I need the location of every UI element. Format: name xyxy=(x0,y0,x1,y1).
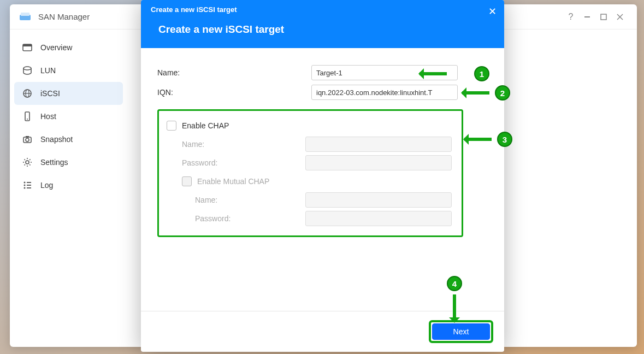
iqn-row: IQN: xyxy=(157,83,488,102)
mutual-name-row: Name: xyxy=(167,191,454,209)
callout-2: 2 xyxy=(462,85,510,101)
mutual-chap-label: Enable Mutual CHAP xyxy=(197,177,269,186)
sidebar-item-log[interactable]: Log xyxy=(14,174,123,197)
arrow-left-icon xyxy=(462,91,489,95)
chap-name-row: Name: xyxy=(167,135,454,154)
mutual-name-label: Name: xyxy=(195,196,305,204)
chap-password-input xyxy=(305,155,452,170)
callout-3: 3 xyxy=(464,132,512,147)
arrow-left-icon xyxy=(420,72,447,76)
callout-4: 4 xyxy=(447,276,462,322)
help-button[interactable]: ? xyxy=(563,9,579,25)
modal-body: Name: IQN: Enable CHAP Name: Password: E… xyxy=(141,48,504,311)
mutual-password-input xyxy=(305,211,452,226)
host-icon xyxy=(22,111,33,122)
close-icon[interactable]: ✕ xyxy=(488,5,497,17)
arrow-down-icon xyxy=(452,294,457,322)
maximize-button[interactable] xyxy=(595,9,612,25)
sidebar-item-snapshot[interactable]: Snapshot xyxy=(14,128,123,151)
log-icon xyxy=(22,180,33,191)
chap-name-input xyxy=(305,137,452,152)
gear-icon xyxy=(22,157,33,168)
next-button-highlight: Next xyxy=(429,320,493,343)
iqn-label: IQN: xyxy=(157,88,311,97)
svg-point-18 xyxy=(24,182,26,184)
name-label: Name: xyxy=(157,68,311,77)
mutual-chap-row: Enable Mutual CHAP xyxy=(167,172,454,191)
chap-password-label: Password: xyxy=(182,158,305,167)
lun-icon xyxy=(22,65,33,76)
app-icon xyxy=(19,11,32,22)
svg-point-19 xyxy=(24,185,26,186)
svg-point-17 xyxy=(26,161,29,164)
mutual-password-label: Password: xyxy=(195,214,305,223)
enable-chap-checkbox[interactable] xyxy=(167,121,176,131)
overview-icon xyxy=(22,42,33,53)
sidebar-item-label: Overview xyxy=(40,43,72,52)
sidebar-item-label: Settings xyxy=(40,158,68,167)
svg-rect-3 xyxy=(601,14,606,20)
callout-badge: 4 xyxy=(447,276,462,291)
sidebar-item-label: LUN xyxy=(40,66,56,75)
minimize-button[interactable] xyxy=(579,9,595,25)
callout-badge: 2 xyxy=(495,85,510,101)
callout-badge: 3 xyxy=(497,132,512,147)
chap-password-row: Password: xyxy=(167,154,454,172)
chap-section: Enable CHAP Name: Password: Enable Mutua… xyxy=(157,109,463,237)
chap-name-label: Name: xyxy=(182,140,305,149)
mutual-name-input xyxy=(305,192,452,208)
svg-rect-1 xyxy=(21,13,29,16)
svg-rect-7 xyxy=(23,44,32,46)
next-button[interactable]: Next xyxy=(432,323,490,340)
svg-point-8 xyxy=(23,67,31,70)
enable-chap-row[interactable]: Enable CHAP xyxy=(167,116,454,135)
sidebar: Overview LUN iSCSI Host Snapshot Setting… xyxy=(10,30,127,347)
sidebar-item-iscsi[interactable]: iSCSI xyxy=(14,82,123,105)
mutual-chap-checkbox xyxy=(182,176,192,186)
svg-point-20 xyxy=(24,187,26,189)
sidebar-item-label: Log xyxy=(40,181,53,190)
sidebar-item-overview[interactable]: Overview xyxy=(14,36,123,59)
enable-chap-label: Enable CHAP xyxy=(182,121,229,130)
callout-1: 1 xyxy=(420,66,489,81)
close-window-button[interactable] xyxy=(612,9,628,25)
modal-title: Create a new iSCSI target xyxy=(151,14,494,36)
arrow-left-icon xyxy=(464,137,492,141)
callout-badge: 1 xyxy=(474,66,489,81)
modal-breadcrumb: Create a new iSCSI target xyxy=(151,0,494,14)
iscsi-icon xyxy=(22,88,33,99)
sidebar-item-host[interactable]: Host xyxy=(14,105,123,128)
sidebar-item-label: Host xyxy=(40,112,56,121)
sidebar-item-lun[interactable]: LUN xyxy=(14,59,123,82)
sidebar-item-settings[interactable]: Settings xyxy=(14,151,123,174)
snapshot-icon xyxy=(22,134,33,145)
svg-point-15 xyxy=(26,138,29,141)
svg-rect-16 xyxy=(26,136,29,138)
sidebar-item-label: iSCSI xyxy=(40,89,60,98)
svg-point-13 xyxy=(27,119,28,120)
mutual-password-row: Password: xyxy=(167,209,454,228)
modal-header: Create a new iSCSI target Create a new i… xyxy=(141,0,504,48)
iqn-input[interactable] xyxy=(311,85,458,100)
sidebar-item-label: Snapshot xyxy=(40,135,73,144)
